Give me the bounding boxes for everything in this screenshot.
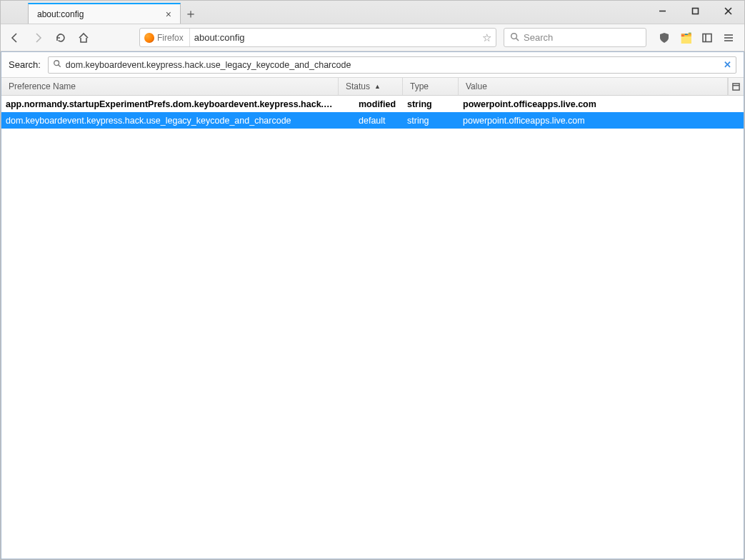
- search-icon: [53, 59, 61, 70]
- identity-box[interactable]: Firefox: [144, 29, 190, 46]
- svg-rect-6: [703, 34, 711, 41]
- config-search-label: Search:: [9, 59, 41, 70]
- column-headers: Preference Name Status▲ Type Value: [1, 78, 744, 96]
- config-search-input[interactable]: dom.keyboardevent.keypress.hack.use_lega…: [48, 56, 736, 74]
- col-header-type[interactable]: Type: [403, 78, 459, 95]
- search-placeholder: Search: [524, 32, 553, 43]
- window-controls: [646, 1, 744, 24]
- svg-point-4: [511, 33, 517, 39]
- close-window-button[interactable]: [711, 1, 744, 21]
- cell-type: string: [403, 116, 459, 126]
- home-button[interactable]: [74, 28, 94, 48]
- config-search-value: dom.keyboardevent.keypress.hack.use_lega…: [66, 60, 719, 70]
- hamburger-menu-icon[interactable]: [720, 29, 737, 46]
- col-header-status[interactable]: Status▲: [339, 78, 403, 95]
- forward-button[interactable]: [28, 28, 48, 48]
- svg-line-12: [59, 65, 61, 67]
- config-search-row: Search: dom.keyboardevent.keypress.hack.…: [1, 52, 744, 78]
- ublock-icon[interactable]: [656, 29, 673, 46]
- preference-rows: app.normandy.startupExperimentPrefs.dom.…: [1, 96, 744, 559]
- clear-search-icon[interactable]: ✕: [724, 59, 731, 70]
- svg-point-11: [54, 61, 59, 66]
- col-header-value[interactable]: Value: [459, 78, 728, 95]
- tab-close-icon[interactable]: ×: [163, 8, 174, 21]
- cell-status: default: [339, 116, 403, 126]
- svg-rect-13: [733, 83, 739, 89]
- toolbar-right: 🗂️: [656, 29, 740, 46]
- sidebar-icon[interactable]: [699, 29, 716, 46]
- titlebar: about:config × ＋: [1, 1, 744, 24]
- preference-row[interactable]: dom.keyboardevent.keypress.hack.use_lega…: [1, 112, 744, 129]
- column-picker-icon[interactable]: [728, 78, 744, 95]
- url-text: about:config: [194, 32, 478, 43]
- bookmark-star-icon[interactable]: ☆: [482, 31, 491, 44]
- about-config-pane: Search: dom.keyboardevent.keypress.hack.…: [1, 51, 744, 559]
- search-bar[interactable]: Search: [504, 28, 646, 47]
- extension-icon[interactable]: 🗂️: [677, 29, 694, 46]
- tab-about-config[interactable]: about:config ×: [28, 3, 181, 24]
- search-icon: [510, 32, 519, 44]
- new-tab-button[interactable]: ＋: [181, 4, 201, 24]
- cell-type: string: [403, 99, 459, 109]
- svg-line-5: [516, 38, 519, 41]
- back-button[interactable]: [5, 28, 25, 48]
- tab-strip: about:config × ＋: [1, 1, 201, 24]
- identity-label: Firefox: [157, 33, 184, 43]
- cell-status: modified: [339, 99, 403, 109]
- cell-name: dom.keyboardevent.keypress.hack.use_lega…: [1, 116, 339, 126]
- cell-name: app.normandy.startupExperimentPrefs.dom.…: [1, 99, 339, 109]
- firefox-logo-icon: [144, 33, 154, 43]
- tab-title: about:config: [37, 9, 84, 19]
- minimize-button[interactable]: [646, 1, 679, 21]
- preference-row[interactable]: app.normandy.startupExperimentPrefs.dom.…: [1, 96, 744, 112]
- nav-toolbar: Firefox about:config ☆ Search 🗂️: [1, 24, 744, 51]
- cell-value: powerpoint.officeapps.live.com: [459, 116, 744, 126]
- maximize-button[interactable]: [679, 1, 711, 21]
- cell-value: powerpoint.officeapps.live.com: [459, 99, 744, 109]
- url-bar[interactable]: Firefox about:config ☆: [139, 28, 496, 47]
- reload-button[interactable]: [51, 28, 71, 48]
- sort-asc-icon: ▲: [374, 83, 381, 90]
- col-header-preference-name[interactable]: Preference Name: [1, 78, 339, 95]
- svg-rect-1: [692, 8, 698, 14]
- firefox-window: about:config × ＋ Firefox about:config ☆: [0, 0, 745, 560]
